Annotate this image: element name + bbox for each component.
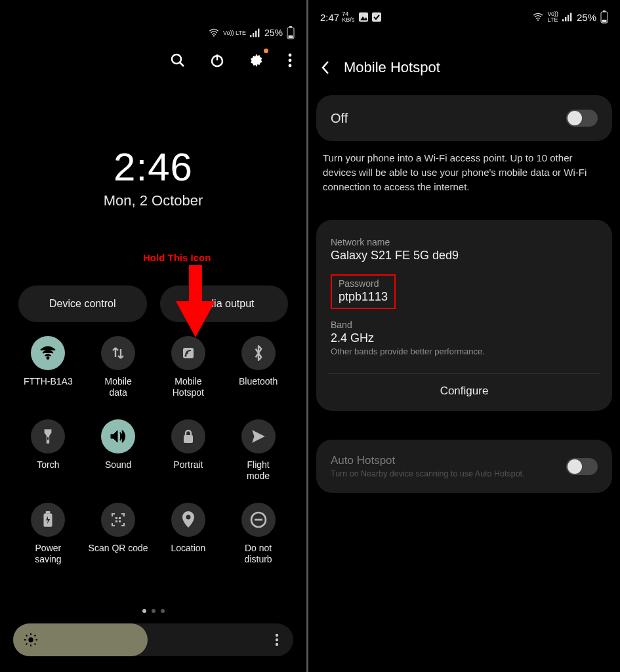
tile-label: Torch [37,459,59,482]
svg-point-29 [186,515,190,520]
device-control-button[interactable]: Device control [18,285,147,322]
band-label: Band [331,320,598,330]
tile-label: Do not disturb [245,543,272,565]
svg-rect-21 [47,437,49,440]
brightness-slider[interactable] [13,623,293,656]
svg-rect-4 [258,29,259,37]
pill-row: Device control Media output [18,285,288,322]
signal-icon [562,12,573,22]
svg-rect-7 [289,35,293,38]
tile-wifi[interactable]: FTTH-B1A3 [13,336,83,398]
status-time: 2:47 [320,12,339,23]
net-type: Vo)) LTE [223,30,246,36]
tile-label: Mobile data [105,376,132,398]
tile-torch[interactable]: Torch [13,419,83,482]
svg-line-40 [35,635,36,637]
band-value: 2.4 GHz [331,331,598,345]
configure-button[interactable]: Configure [331,374,598,399]
hotspot-toggle-card[interactable]: Off [316,95,612,141]
back-icon[interactable] [320,60,331,75]
plane-icon[interactable] [241,419,276,453]
password-field[interactable]: Password ptpb1113 [331,270,598,309]
hotspot-toggle[interactable] [566,110,598,127]
network-name-label: Network name [331,237,598,247]
lock-icon[interactable] [171,419,205,453]
svg-rect-48 [562,19,564,21]
header: Mobile Hotspot [320,59,440,76]
swap-icon[interactable] [101,336,135,370]
svg-rect-50 [568,15,569,22]
brightness-fill [13,623,148,656]
more-icon[interactable] [288,53,292,68]
wifi-status-icon [209,28,219,37]
svg-line-38 [35,644,36,645]
svg-point-42 [276,639,278,641]
page-title: Mobile Hotspot [344,59,440,76]
tile-sound[interactable]: Sound [83,419,154,482]
status-speed: 74KB/s [342,11,354,23]
wifi-status-icon [533,12,543,22]
tile-qr[interactable]: Scan QR code [83,503,154,565]
wifi-icon[interactable] [31,336,65,370]
svg-point-18 [47,357,49,360]
battery-icon[interactable] [31,503,65,537]
tile-bluetooth[interactable]: Bluetooth [223,336,293,398]
hotspot-settings-screen: 2:47 74KB/s Vo))LTE 25% Mobile Hotspot O… [308,0,620,672]
signal-icon [250,28,260,37]
svg-point-43 [276,643,278,646]
page-indicator [0,609,306,613]
dnd-icon[interactable] [241,503,276,537]
svg-rect-16 [189,265,202,304]
notification-dot [264,49,268,53]
search-icon[interactable] [170,52,186,68]
svg-rect-26 [119,517,121,519]
svg-rect-27 [115,520,117,522]
svg-rect-25 [115,517,117,519]
tile-label: Bluetooth [239,376,278,398]
tile-label: Portrait [173,459,203,482]
brightness-more-icon[interactable] [266,633,288,646]
tile-plane[interactable]: Flight mode [223,419,293,482]
svg-rect-24 [46,511,51,513]
status-bar: 2:47 74KB/s Vo))LTE 25% [320,10,608,24]
gear-icon[interactable] [249,52,264,68]
qr-icon[interactable] [101,503,135,537]
svg-rect-46 [372,12,381,22]
bluetooth-icon[interactable] [241,336,276,370]
svg-point-13 [289,54,292,57]
svg-point-0 [213,35,215,37]
svg-rect-6 [289,26,292,28]
svg-marker-17 [176,301,215,337]
sun-icon [24,633,38,647]
network-card: Network name Galaxy S21 FE 5G ded9 Passw… [316,220,612,411]
svg-line-37 [26,635,28,637]
sound-icon[interactable] [101,419,135,453]
tile-dnd[interactable]: Do not disturb [223,503,293,565]
svg-rect-53 [603,10,606,12]
tile-location[interactable]: Location [154,503,224,565]
torch-icon[interactable] [31,419,65,453]
tile-swap[interactable]: Mobile data [83,336,154,398]
tile-battery[interactable]: Power saving [13,503,83,565]
network-name-value: Galaxy S21 FE 5G ded9 [331,249,598,262]
location-icon[interactable] [171,503,205,537]
svg-rect-2 [253,33,254,37]
svg-rect-28 [119,520,121,522]
tile-lock[interactable]: Portrait [154,419,224,482]
status-bar: Vo)) LTE 25% [209,26,295,39]
svg-rect-54 [602,20,607,22]
svg-rect-22 [184,435,193,443]
power-icon[interactable] [209,52,225,68]
tile-hotspot[interactable]: Mobile Hotspot [154,336,224,398]
hotspot-icon[interactable] [171,336,205,370]
network-name-field[interactable]: Network name Galaxy S21 FE 5G ded9 [331,233,598,270]
battery-icon [600,10,608,24]
tiles-grid: FTTH-B1A3Mobile dataMobile HotspotBlueto… [13,336,293,565]
svg-point-47 [537,20,539,21]
svg-rect-51 [570,13,571,22]
tile-label: Power saving [35,543,61,565]
auto-hotspot-card[interactable]: Auto Hotspot Turn on Nearby device scann… [316,440,612,493]
auto-hotspot-toggle[interactable] [566,458,598,475]
svg-point-14 [289,59,292,62]
band-field[interactable]: Band 2.4 GHz Other bands provide better … [331,316,598,364]
